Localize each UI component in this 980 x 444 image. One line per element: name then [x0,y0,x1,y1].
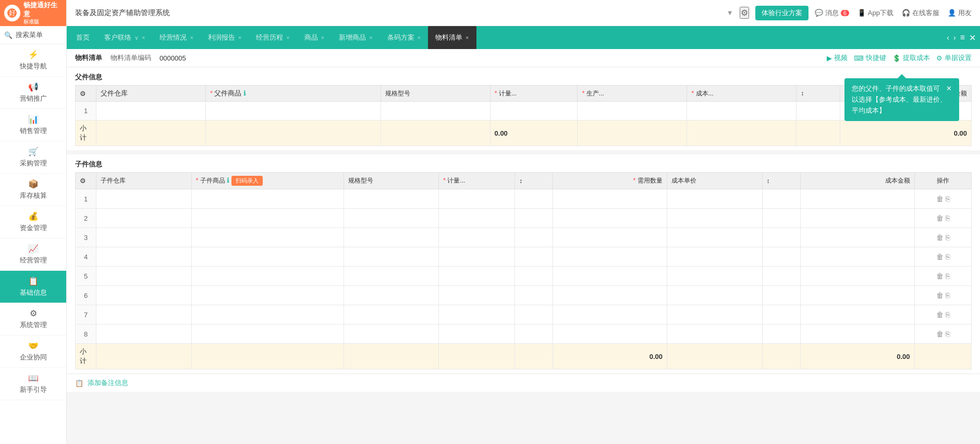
child-cell-unit[interactable] [439,247,515,267]
child-cell-unit-cost[interactable] [667,267,763,286]
child-cell-spec[interactable] [344,228,439,247]
child-cell-qty[interactable] [553,228,667,247]
delete-icon[interactable]: 🗑 [936,272,944,280]
delete-icon[interactable]: 🗑 [936,253,944,261]
child-cell-unit[interactable] [439,228,515,247]
sidebar-item-inventory[interactable]: 📦 库存核算 [0,174,66,206]
child-cell-unit-cost[interactable] [667,189,763,209]
tab-global-close-btn[interactable]: ✕ [967,33,978,43]
child-cell-spec[interactable] [344,267,439,286]
tab-profit[interactable]: 利润报告 × [201,26,249,49]
sidebar-item-purchase[interactable]: 🛒 采购管理 [0,141,66,174]
tab-next-btn[interactable]: › [951,33,958,42]
tab-history[interactable]: 经营历程 × [249,26,297,49]
child-cell-warehouse[interactable] [96,247,192,267]
tab-profit-close[interactable]: × [238,34,241,41]
child-cell-goods[interactable] [191,267,344,286]
delete-icon[interactable]: 🗑 [936,233,944,242]
child-cell-unit[interactable] [439,209,515,228]
app-download-btn[interactable]: 📱 App下载 [858,8,893,18]
child-cell-unit[interactable] [439,325,515,344]
tab-customer-arrow[interactable]: ∨ [134,34,139,41]
tab-home[interactable]: 首页 [69,26,97,49]
child-cell-qty[interactable] [553,189,667,209]
online-service-btn[interactable]: 🎧 在线客服 [902,8,939,18]
child-cell-unit[interactable] [439,267,515,286]
copy-icon[interactable]: ⎘ [946,195,950,203]
tab-barcode-close[interactable]: × [418,34,421,41]
child-cell-spec[interactable] [344,305,439,325]
extract-cost-btn[interactable]: 💲 提取成本 [892,53,930,63]
child-cell-goods[interactable] [191,286,344,305]
parent-cell-warehouse[interactable] [96,102,206,121]
child-cell-qty[interactable] [553,209,667,228]
sidebar-item-quick-nav[interactable]: ⚡ 快捷导航 [0,44,66,77]
tab-new-goods[interactable]: 新增商品 × [332,26,379,49]
child-cell-goods[interactable] [191,209,344,228]
child-cell-warehouse[interactable] [96,305,192,325]
sidebar-item-system[interactable]: ⚙ 系统管理 [0,303,66,335]
experience-btn[interactable]: 体验行业方案 [755,6,808,20]
child-cell-unit-cost[interactable] [667,286,763,305]
child-cell-warehouse[interactable] [96,209,192,228]
parent-col-settings[interactable]: ⚙ [76,86,96,102]
child-cell-goods[interactable] [191,305,344,325]
child-cell-goods[interactable] [191,228,344,247]
sidebar-item-sales[interactable]: 📊 销售管理 [0,109,66,141]
child-cell-goods[interactable] [191,247,344,267]
child-cell-qty[interactable] [553,305,667,325]
tooltip-close-btn[interactable]: ✕ [946,83,952,94]
settings-button[interactable]: ⚙ [740,7,749,19]
delete-icon[interactable]: 🗑 [936,310,944,319]
tab-operations[interactable]: 经营情况 × [152,26,200,49]
child-cell-unit-cost[interactable] [667,228,763,247]
sidebar-item-guide[interactable]: 📖 新手引导 [0,368,66,400]
parent-cell-unit[interactable] [490,102,578,121]
child-cell-warehouse[interactable] [96,286,192,305]
child-cell-unit-cost[interactable] [667,305,763,325]
bottom-bar[interactable]: 📋 添加备注信息 [67,374,980,392]
child-cell-unit[interactable] [439,286,515,305]
copy-icon[interactable]: ⎘ [946,233,950,242]
tab-prev-btn[interactable]: ‹ [945,33,951,42]
search-menu-item[interactable]: 🔍 搜索菜单 [0,26,66,44]
child-cell-unit-cost[interactable] [667,247,763,267]
child-cell-unit-cost[interactable] [667,209,763,228]
tab-new-goods-close[interactable]: × [369,34,372,41]
sidebar-item-cooperation[interactable]: 🤝 企业协同 [0,335,66,368]
copy-icon[interactable]: ⎘ [946,330,950,338]
tab-close-all-btn[interactable]: ≡ [958,33,967,42]
shortcut-btn[interactable]: ⌨ 快捷键 [854,53,886,63]
single-settings-btn[interactable]: ⚙ 单据设置 [936,53,972,63]
sidebar-item-marketing[interactable]: 📢 营销推广 [0,77,66,109]
parent-cell-spec[interactable] [381,102,490,121]
scan-input-btn[interactable]: 扫码录入 [231,176,263,186]
child-cell-spec[interactable] [344,247,439,267]
child-cell-unit[interactable] [439,305,515,325]
child-cell-unit[interactable] [439,189,515,209]
child-cell-unit-cost[interactable] [667,325,763,344]
child-cell-goods[interactable] [191,325,344,344]
message-btn[interactable]: 💬 消息 6 [815,8,849,18]
child-cell-qty[interactable] [553,267,667,286]
delete-icon[interactable]: 🗑 [936,195,944,203]
child-cell-qty[interactable] [553,247,667,267]
parent-cell-goods[interactable] [205,102,381,121]
tab-customer[interactable]: 客户联络 ∨ × [97,26,152,49]
child-cell-spec[interactable] [344,209,439,228]
copy-icon[interactable]: ⎘ [946,291,950,299]
child-cell-goods[interactable] [191,189,344,209]
sidebar-item-finance[interactable]: 💰 资金管理 [0,206,66,238]
tab-history-close[interactable]: × [286,34,289,41]
sidebar-item-operations[interactable]: 📈 经营管理 [0,238,66,271]
child-cell-warehouse[interactable] [96,189,192,209]
child-cell-qty[interactable] [553,325,667,344]
tab-ops-close[interactable]: × [190,34,193,41]
parent-cell-produce[interactable] [578,102,687,121]
child-cell-qty[interactable] [553,286,667,305]
child-cell-warehouse[interactable] [96,228,192,247]
copy-icon[interactable]: ⎘ [946,272,950,280]
delete-icon[interactable]: 🗑 [936,291,944,299]
tab-bom[interactable]: 物料清单 × [428,26,476,49]
child-col-settings[interactable]: ⚙ [76,173,96,189]
